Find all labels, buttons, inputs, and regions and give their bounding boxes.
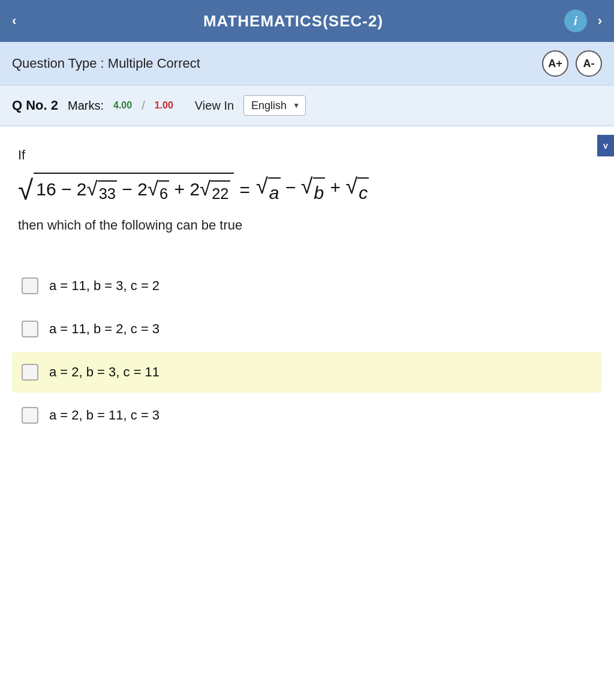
- isqrt-a: √a: [256, 177, 280, 207]
- question-type-label: Question Type : Multiple Correct: [12, 56, 535, 71]
- next-nav-button[interactable]: ›: [592, 7, 608, 35]
- question-intro: If: [18, 144, 596, 165]
- question-content: If √ 16 − 2√33 − 2√6 + 2√22 = √a − √b + …: [0, 126, 614, 265]
- option-d-text: a = 2, b = 11, c = 3: [49, 408, 159, 423]
- option-c-checkbox[interactable]: [22, 364, 38, 381]
- marks-separator: /: [142, 99, 145, 113]
- info-button[interactable]: i: [564, 10, 587, 32]
- scroll-indicator[interactable]: v: [597, 135, 614, 156]
- prev-nav-button[interactable]: ‹: [6, 7, 22, 35]
- isqrt-6: √6: [148, 180, 169, 206]
- sqrt-symbol-left: √: [18, 176, 33, 204]
- option-a: a = 11, b = 3, c = 2: [12, 265, 602, 306]
- math-equation: √ 16 − 2√33 − 2√6 + 2√22 = √a − √b + √c: [18, 173, 596, 207]
- option-a-text: a = 11, b = 3, c = 2: [49, 278, 159, 294]
- option-b: a = 11, b = 2, c = 3: [12, 309, 602, 349]
- marks-label: Marks:: [68, 99, 104, 113]
- page-title: MATHEMATICS(SEC-2): [22, 12, 564, 31]
- option-d-checkbox[interactable]: [22, 407, 38, 424]
- marks-positive: 4.00: [113, 100, 132, 111]
- equals-sign: =: [240, 176, 251, 204]
- option-d: a = 2, b = 11, c = 3: [12, 395, 602, 436]
- app-container: ‹ MATHEMATICS(SEC-2) i › Question Type :…: [0, 0, 614, 700]
- font-increase-button[interactable]: A+: [542, 50, 568, 77]
- question-number: Q No. 2: [12, 98, 58, 113]
- view-in-label: View In: [195, 99, 234, 113]
- font-decrease-button[interactable]: A-: [576, 50, 602, 77]
- header-bar: ‹ MATHEMATICS(SEC-2) i ›: [0, 0, 614, 42]
- options-container: a = 11, b = 3, c = 2 a = 11, b = 2, c = …: [0, 265, 614, 436]
- isqrt-22: √22: [200, 180, 230, 206]
- language-select-wrapper[interactable]: English Hindi: [243, 95, 306, 116]
- option-c-text: a = 2, b = 3, c = 11: [49, 364, 159, 380]
- isqrt-b: √b: [301, 177, 325, 207]
- language-select[interactable]: English Hindi: [243, 95, 306, 116]
- option-b-checkbox[interactable]: [22, 321, 38, 337]
- isqrt-c: √c: [345, 177, 369, 207]
- marks-negative: 1.00: [155, 100, 173, 111]
- option-a-checkbox[interactable]: [22, 277, 38, 294]
- question-type-bar: Question Type : Multiple Correct A+ A-: [0, 42, 614, 86]
- option-b-text: a = 11, b = 2, c = 3: [49, 321, 159, 337]
- rhs-expression: √a − √b + √c: [256, 173, 369, 207]
- option-c: a = 2, b = 3, c = 11: [12, 352, 602, 393]
- question-info-bar: Q No. 2 Marks: 4.00 / 1.00 View In Engli…: [0, 86, 614, 126]
- question-conclusion: then which of the following can be true: [18, 215, 596, 236]
- sqrt-content-left: 16 − 2√33 − 2√6 + 2√22: [34, 173, 233, 207]
- isqrt-33: √33: [87, 180, 118, 206]
